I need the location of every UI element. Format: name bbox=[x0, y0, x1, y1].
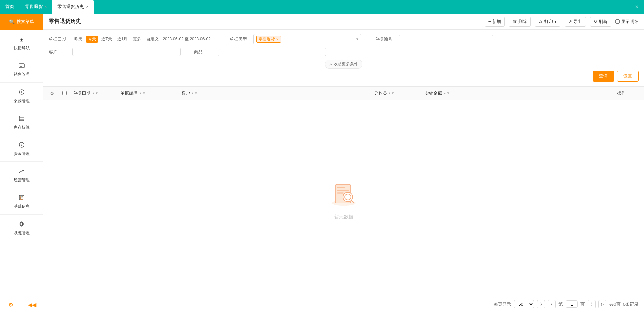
collapse-filter-button[interactable]: △ 收起更多条件 bbox=[325, 60, 362, 69]
delete-button[interactable]: 🗑 删除 bbox=[509, 17, 531, 27]
tab-retail-return-history-close[interactable]: × bbox=[86, 5, 88, 9]
sidebar-item-basic-info-label: 基础信息 bbox=[14, 204, 30, 209]
tab-retail-return-close[interactable]: × bbox=[45, 5, 47, 9]
sidebar-item-purchase-mgmt-label: 采购管理 bbox=[14, 98, 30, 104]
print-chevron-icon: ▾ bbox=[554, 19, 557, 24]
page-input[interactable] bbox=[566, 300, 578, 308]
sidebar-bottom: ⚙ ◀◀ bbox=[0, 297, 43, 312]
sidebar-item-basic-info[interactable]: 📋 基础信息 bbox=[0, 188, 43, 215]
sidebar-audio-button[interactable]: ◀◀ bbox=[22, 297, 43, 312]
date-today-btn[interactable]: 今天 bbox=[86, 36, 98, 43]
new-button[interactable]: + 新增 bbox=[485, 17, 505, 27]
sidebar-item-operations[interactable]: 经营管理 bbox=[0, 162, 43, 188]
type-tag[interactable]: 零售退货 × bbox=[256, 36, 281, 43]
tab-home-label: 首页 bbox=[5, 4, 14, 10]
date-custom-btn[interactable]: 自定义 bbox=[144, 36, 161, 43]
inventory-icon bbox=[17, 114, 26, 123]
top-bar: 首页 零售退货 × 零售退货历史 × × bbox=[0, 0, 644, 14]
th-amount-label: 实销金额 bbox=[425, 90, 442, 96]
refresh-icon: ↻ bbox=[594, 19, 597, 24]
voucher-filter-input[interactable] bbox=[399, 35, 493, 43]
show-detail-checkbox[interactable]: 显示明细 bbox=[615, 19, 639, 25]
goods-filter-label: 商品 bbox=[194, 49, 218, 55]
customer-filter-input[interactable] bbox=[72, 48, 181, 56]
table-wrapper: ⚙ 单据日期 ▲▼ 单据编号 ▲▼ 客户 ▲▼ 导购员 bbox=[43, 87, 644, 296]
print-button[interactable]: 🖨 打印 ▾ bbox=[535, 17, 560, 27]
sidebar-item-system-mgmt[interactable]: 系统管理 bbox=[0, 215, 43, 241]
print-label: 打印 bbox=[544, 19, 553, 25]
date-last7-btn[interactable]: 近7天 bbox=[99, 36, 114, 43]
sidebar-item-sales-mgmt[interactable]: 销售管理 bbox=[0, 56, 43, 83]
th-amount-sort-icon[interactable]: ▲▼ bbox=[443, 92, 450, 95]
select-all-input[interactable] bbox=[62, 91, 67, 95]
window-close-button[interactable]: × bbox=[629, 0, 644, 14]
refresh-label: 刷新 bbox=[599, 19, 607, 25]
th-guide-sort-icon[interactable]: ▲▼ bbox=[388, 92, 395, 95]
th-customer: 客户 ▲▼ bbox=[178, 90, 371, 96]
delete-label: 删除 bbox=[518, 19, 527, 25]
voucher-filter-label: 单据编号 bbox=[375, 36, 399, 42]
collapse-row: △ 收起更多条件 bbox=[49, 60, 639, 69]
date-yesterday-btn[interactable]: 昨天 bbox=[72, 36, 85, 43]
page-size-select[interactable]: 50 10 20 100 bbox=[514, 300, 534, 308]
th-date-sort-icon[interactable]: ▲▼ bbox=[92, 92, 98, 95]
page-next-button[interactable]: ⟩ bbox=[588, 300, 596, 308]
tab-retail-return[interactable]: 零售退货 × bbox=[20, 0, 52, 14]
sidebar-search-label: 搜索菜单 bbox=[17, 19, 34, 25]
svg-point-13 bbox=[21, 223, 23, 225]
show-detail-input[interactable] bbox=[615, 19, 620, 24]
svg-rect-18 bbox=[337, 192, 344, 194]
goods-filter-input[interactable] bbox=[218, 48, 326, 56]
export-button[interactable]: ↗ 导出 bbox=[565, 17, 586, 27]
th-voucher: 单据编号 ▲▼ bbox=[118, 90, 178, 96]
type-tag-remove-icon[interactable]: × bbox=[276, 37, 279, 42]
query-button[interactable]: 查询 bbox=[593, 71, 614, 82]
sidebar-item-system-mgmt-label: 系统管理 bbox=[14, 230, 30, 236]
select-all-checkbox[interactable] bbox=[58, 91, 70, 95]
tab-retail-return-label: 零售退货 bbox=[25, 4, 43, 10]
th-amount: 实销金额 ▲▼ bbox=[422, 90, 615, 96]
tab-home[interactable]: 首页 bbox=[0, 0, 20, 14]
page-actions: + 新增 🗑 删除 🖨 打印 ▾ ↗ 导出 ↻ 刷新 bbox=[485, 17, 639, 27]
type-filter-select[interactable]: 零售退货 × ▾ bbox=[253, 34, 361, 44]
date-more-btn[interactable]: 更多 bbox=[131, 36, 143, 43]
customer-filter-label: 客户 bbox=[49, 49, 72, 55]
settings-button[interactable]: 设置 bbox=[617, 71, 639, 82]
table-header: ⚙ 单据日期 ▲▼ 单据编号 ▲▼ 客户 ▲▼ 导购员 bbox=[43, 87, 644, 100]
column-settings-button[interactable]: ⚙ bbox=[46, 91, 58, 96]
quick-nav-icon: ⊞ bbox=[17, 35, 26, 44]
sidebar-item-finance[interactable]: ¥ 资金管理 bbox=[0, 135, 43, 162]
main-layout: 🔍 搜索菜单 ⊞ 快捷导航 销售管理 采购管理 bbox=[0, 14, 644, 312]
date-lastmonth-btn[interactable]: 近1月 bbox=[115, 36, 130, 43]
sidebar-item-inventory[interactable]: 库存核算 bbox=[0, 109, 43, 135]
content-area: 零售退货历史 + 新增 🗑 删除 🖨 打印 ▾ ↗ 导出 ↻ bbox=[43, 14, 644, 312]
page-last-button[interactable]: ⟩⟩ bbox=[598, 300, 606, 308]
th-customer-sort-icon[interactable]: ▲▼ bbox=[191, 92, 198, 95]
empty-text: 暂无数据 bbox=[334, 214, 353, 220]
page-prev-button[interactable]: ⟨ bbox=[548, 300, 556, 308]
sidebar-item-quick-nav[interactable]: ⊞ 快捷导航 bbox=[0, 30, 43, 56]
th-voucher-sort-icon[interactable]: ▲▼ bbox=[139, 92, 146, 95]
sales-mgmt-icon bbox=[17, 61, 26, 70]
page-first-button[interactable]: ⟨⟨ bbox=[537, 300, 545, 308]
svg-rect-6 bbox=[19, 116, 24, 121]
svg-text:📋: 📋 bbox=[20, 196, 24, 200]
tab-retail-return-history[interactable]: 零售退货历史 × bbox=[52, 0, 93, 14]
collapse-label: 收起更多条件 bbox=[334, 61, 358, 67]
svg-rect-16 bbox=[337, 187, 345, 188]
export-label: 导出 bbox=[573, 19, 582, 25]
sidebar-search-button[interactable]: 🔍 搜索菜单 bbox=[0, 14, 43, 30]
th-voucher-label: 单据编号 bbox=[120, 90, 138, 96]
close-icon: × bbox=[635, 3, 639, 10]
sidebar-item-finance-label: 资金管理 bbox=[14, 151, 30, 157]
sidebar-item-purchase-mgmt[interactable]: 采购管理 bbox=[0, 83, 43, 109]
purchase-mgmt-icon bbox=[17, 87, 26, 97]
sidebar-item-operations-label: 经营管理 bbox=[14, 177, 30, 183]
refresh-button[interactable]: ↻ 刷新 bbox=[590, 17, 611, 27]
sidebar-item-inventory-label: 库存核算 bbox=[14, 125, 30, 130]
page-size-label: 每页显示 bbox=[494, 301, 511, 307]
sidebar-settings-button[interactable]: ⚙ bbox=[0, 297, 22, 312]
th-customer-label: 客户 bbox=[181, 90, 190, 96]
page-label: 第 bbox=[558, 301, 563, 307]
tab-retail-return-history-label: 零售退货历史 bbox=[57, 4, 84, 10]
